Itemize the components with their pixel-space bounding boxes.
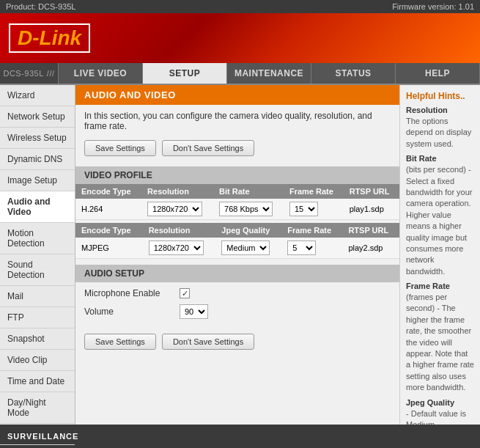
content-area: AUDIO AND VIDEO In this section, you can… [75, 85, 399, 425]
tab-help[interactable]: HELP [396, 63, 480, 84]
mic-row: Microphone Enable ✓ [84, 288, 391, 298]
h264-row: H.264 1280x720 640x480 320x240 768 Kbps [75, 199, 399, 220]
dlink-logo: D-Link [9, 23, 90, 53]
mjpeg-framerate[interactable]: 5 10 15 [281, 238, 342, 259]
sidebar-item-time-date[interactable]: Time and Date [0, 371, 75, 392]
help-bitrate-text: (bits per second) - Select a fixed bandw… [406, 164, 474, 277]
h264-resolution-select[interactable]: 1280x720 640x480 320x240 [147, 202, 202, 216]
video-profile-table-wrapper: Encode Type Resolution Bit Rate Frame Ra… [75, 184, 399, 259]
col-rtsp-2: RTSP URL [342, 223, 399, 238]
mjpeg-row: MJPEG 1280x720 640x480 320x240 Medium [75, 238, 399, 259]
help-jpeg-heading: Jpeg Quality [406, 398, 474, 407]
mic-label: Microphone Enable [84, 288, 180, 298]
header: D-Link [0, 13, 480, 63]
nav-tabs: DCS-935L /// LIVE VIDEO SETUP MAINTENANC… [0, 63, 480, 85]
device-name: DCS-935L [3, 69, 43, 78]
volume-select[interactable]: 90 80 70 60 50 [180, 304, 208, 319]
main-layout: Wizard Network Setup Wireless Setup Dyna… [0, 85, 480, 425]
top-dont-save-button[interactable]: Don't Save Settings [162, 140, 254, 156]
help-bitrate-heading: Bit Rate [406, 154, 474, 163]
sidebar-item-image-setup[interactable]: Image Setup [0, 170, 75, 191]
sidebar-item-day-night[interactable]: Day/Night Mode [0, 392, 75, 424]
sidebar-item-audio-video[interactable]: Audio and Video [0, 191, 75, 223]
help-resolution-text: The options depend on display system use… [406, 116, 474, 150]
sidebar-item-video-clip[interactable]: Video Clip [0, 350, 75, 371]
volume-row: Volume 90 80 70 60 50 [84, 304, 391, 319]
bottom-save-button[interactable]: Save Settings [84, 334, 156, 350]
tab-setup[interactable]: SETUP [143, 63, 227, 84]
firmware-label: Firmware version: 1.01 [392, 2, 474, 11]
sidebar-item-ftp[interactable]: FTP [0, 307, 75, 328]
col-bitrate: Bit Rate [213, 184, 284, 199]
top-bar: Product: DCS-935L Firmware version: 1.01 [0, 0, 480, 13]
tab-live-video[interactable]: LIVE VIDEO [59, 63, 143, 84]
help-panel: Helpful Hints.. Resolution The options d… [399, 85, 480, 425]
mic-checkbox[interactable]: ✓ [180, 288, 190, 298]
section-title: AUDIO AND VIDEO [75, 85, 399, 105]
mjpeg-quality-select[interactable]: Medium Low High [221, 240, 270, 255]
mjpeg-table: Encode Type Resolution Jpeg Quality Fram… [75, 223, 399, 259]
tab-status[interactable]: STATUS [311, 63, 396, 84]
mjpeg-rtsp: play2.sdp [342, 238, 399, 259]
device-tab: DCS-935L /// [0, 63, 59, 84]
h264-bitrate-select[interactable]: 768 Kbps 512 Kbps 256 Kbps [219, 202, 273, 216]
h264-resolution[interactable]: 1280x720 640x480 320x240 [141, 199, 213, 220]
sidebar-item-snapshot[interactable]: Snapshot [0, 328, 75, 350]
col-framerate-1: Frame Rate [284, 184, 344, 199]
video-profile-header: VIDEO PROFILE [75, 166, 399, 184]
h264-bitrate[interactable]: 768 Kbps 512 Kbps 256 Kbps [213, 199, 284, 220]
sidebar-item-motion-detection[interactable]: Motion Detection [0, 223, 75, 254]
section-intro: In this section, you can configure the c… [75, 105, 399, 137]
tab-maintenance[interactable]: MAINTENANCE [227, 63, 311, 84]
h264-framerate-select[interactable]: 15 10 5 1 [289, 202, 318, 216]
h264-encode: H.264 [75, 199, 141, 220]
help-resolution-heading: Resolution [406, 106, 474, 114]
col-encode-type-1: Encode Type [75, 184, 141, 199]
sidebar-item-wireless-setup[interactable]: Wireless Setup [0, 128, 75, 149]
sidebar-item-dynamic-dns[interactable]: Dynamic DNS [0, 149, 75, 170]
top-save-button[interactable]: Save Settings [84, 140, 156, 156]
mjpeg-resolution[interactable]: 1280x720 640x480 320x240 [143, 238, 216, 259]
bottom-btn-row: Save Settings Don't Save Settings [75, 331, 399, 357]
h264-framerate[interactable]: 15 10 5 1 [284, 199, 344, 220]
help-title: Helpful Hints.. [406, 91, 474, 101]
bottom-dont-save-button[interactable]: Don't Save Settings [162, 334, 254, 350]
h264-table: Encode Type Resolution Bit Rate Frame Ra… [75, 184, 399, 220]
mjpeg-framerate-select[interactable]: 5 10 15 [287, 240, 316, 255]
sidebar-item-network-setup[interactable]: Network Setup [0, 106, 75, 128]
audio-setup-header: AUDIO SETUP [75, 265, 399, 282]
sidebar: Wizard Network Setup Wireless Setup Dyna… [0, 85, 75, 425]
mjpeg-encode: MJPEG [75, 238, 143, 259]
help-jpeg-text: - Default value is Medium. [406, 408, 474, 425]
mjpeg-jpeg-quality[interactable]: Medium Low High [215, 238, 281, 259]
help-framerate-heading: Frame Rate [406, 282, 474, 290]
col-framerate-2: Frame Rate [281, 223, 342, 238]
top-btn-row: Save Settings Don't Save Settings [75, 137, 399, 164]
h264-rtsp: play1.sdp [344, 199, 399, 220]
col-resolution-2: Resolution [143, 223, 216, 238]
mjpeg-resolution-select[interactable]: 1280x720 640x480 320x240 [149, 240, 204, 255]
col-jpeg-quality: Jpeg Quality [215, 223, 281, 238]
volume-label: Volume [84, 306, 180, 317]
product-label: Product: DCS-935L [6, 2, 75, 11]
sidebar-item-mail[interactable]: Mail [0, 286, 75, 307]
audio-section: Microphone Enable ✓ Volume 90 80 70 60 5… [75, 282, 399, 331]
sidebar-item-wizard[interactable]: Wizard [0, 85, 75, 106]
col-encode-type-2: Encode Type [75, 223, 143, 238]
sidebar-item-sound-detection[interactable]: Sound Detection [0, 254, 75, 286]
footer-brand: SURVEILLANCE [7, 432, 78, 441]
col-rtsp-1: RTSP URL [344, 184, 399, 199]
col-resolution-1: Resolution [141, 184, 213, 199]
help-framerate-text: (frames per second) - The higher the fra… [406, 292, 474, 394]
